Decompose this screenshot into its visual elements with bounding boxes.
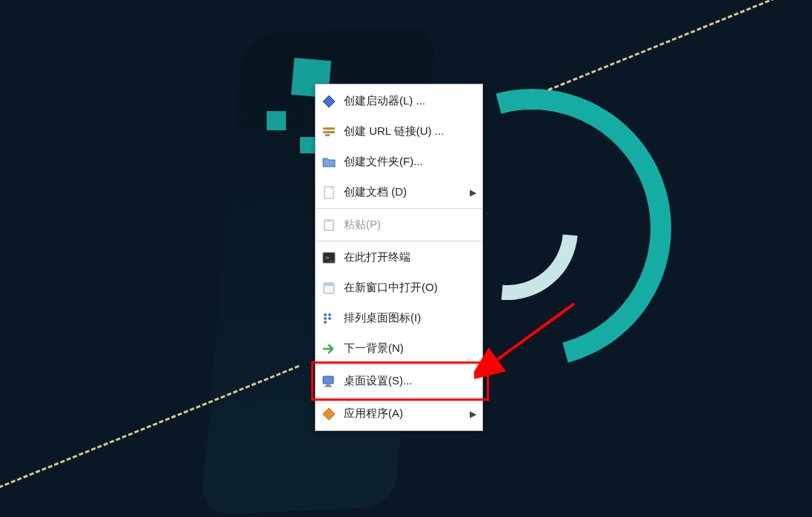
menu-item-label: 在新窗口中打开(O) xyxy=(344,281,438,295)
svg-rect-2 xyxy=(323,131,335,133)
svg-rect-6 xyxy=(325,220,333,230)
next-background-item[interactable]: 下一背景(N) xyxy=(316,333,482,364)
svg-point-16 xyxy=(328,317,331,320)
menu-item-label: 排列桌面图标(I) xyxy=(344,311,421,325)
menu-item-label: 创建文档 (D) xyxy=(344,185,407,199)
menu-item-label: 粘贴(P) xyxy=(344,218,381,232)
paste-icon xyxy=(322,218,336,233)
desktop-settings-item[interactable]: 桌面设置(S)... xyxy=(316,366,482,396)
arrange-icon xyxy=(322,311,336,326)
menu-item-label: 创建启动器(L) ... xyxy=(344,94,425,108)
menu-item-label: 在此打开终端 xyxy=(344,250,410,264)
svg-point-14 xyxy=(324,321,327,324)
svg-rect-11 xyxy=(324,283,334,286)
document-icon xyxy=(322,185,336,200)
open-terminal-item[interactable]: >_ 在此打开终端 xyxy=(316,242,482,273)
svg-rect-7 xyxy=(327,219,331,221)
svg-marker-20 xyxy=(323,408,335,420)
arrange-icons-item[interactable]: 排列桌面图标(I) xyxy=(316,303,482,333)
applications-icon xyxy=(322,407,336,421)
svg-rect-3 xyxy=(325,134,330,136)
svg-rect-18 xyxy=(326,384,330,386)
menu-separator xyxy=(316,397,482,398)
wallpaper-square xyxy=(267,111,286,130)
desktop-settings-icon xyxy=(322,374,336,389)
create-document-item[interactable]: 创建文档 (D) ▶ xyxy=(316,177,482,207)
create-launcher-item[interactable]: 创建启动器(L) ... xyxy=(316,86,482,116)
submenu-arrow-icon: ▶ xyxy=(470,409,476,419)
menu-item-label: 下一背景(N) xyxy=(344,341,404,356)
applications-item[interactable]: 应用程序(A) ▶ xyxy=(316,398,482,429)
menu-separator xyxy=(316,364,482,365)
svg-point-12 xyxy=(324,313,327,316)
menu-item-label: 创建文件夹(F)... xyxy=(344,155,423,169)
launcher-icon xyxy=(322,94,336,109)
desktop[interactable]: 创建启动器(L) ... 创建 URL 链接(U) ... 创建文件夹(F)..… xyxy=(0,0,812,517)
svg-rect-17 xyxy=(323,376,333,384)
wallpaper-square xyxy=(300,137,316,153)
svg-text:>_: >_ xyxy=(325,254,333,261)
next-arrow-icon xyxy=(322,341,336,356)
folder-icon xyxy=(322,155,336,170)
file-manager-icon xyxy=(322,281,336,296)
url-link-icon xyxy=(322,124,336,139)
paste-item: 粘贴(P) xyxy=(316,210,482,240)
svg-marker-0 xyxy=(323,96,335,107)
menu-separator xyxy=(316,241,482,241)
svg-rect-19 xyxy=(325,386,332,387)
svg-point-15 xyxy=(328,313,331,316)
create-url-link-item[interactable]: 创建 URL 链接(U) ... xyxy=(316,116,482,147)
desktop-context-menu: 创建启动器(L) ... 创建 URL 链接(U) ... 创建文件夹(F)..… xyxy=(315,84,483,431)
create-folder-item[interactable]: 创建文件夹(F)... xyxy=(316,147,482,177)
svg-rect-1 xyxy=(323,127,335,130)
svg-point-13 xyxy=(324,317,327,320)
menu-item-label: 创建 URL 链接(U) ... xyxy=(344,124,444,139)
open-new-window-item[interactable]: 在新窗口中打开(O) xyxy=(316,273,482,303)
menu-item-label: 桌面设置(S)... xyxy=(344,374,413,388)
menu-separator xyxy=(316,208,482,209)
terminal-icon: >_ xyxy=(322,250,336,265)
menu-item-label: 应用程序(A) xyxy=(344,407,403,421)
submenu-arrow-icon: ▶ xyxy=(470,187,476,198)
wallpaper-line xyxy=(548,0,812,91)
